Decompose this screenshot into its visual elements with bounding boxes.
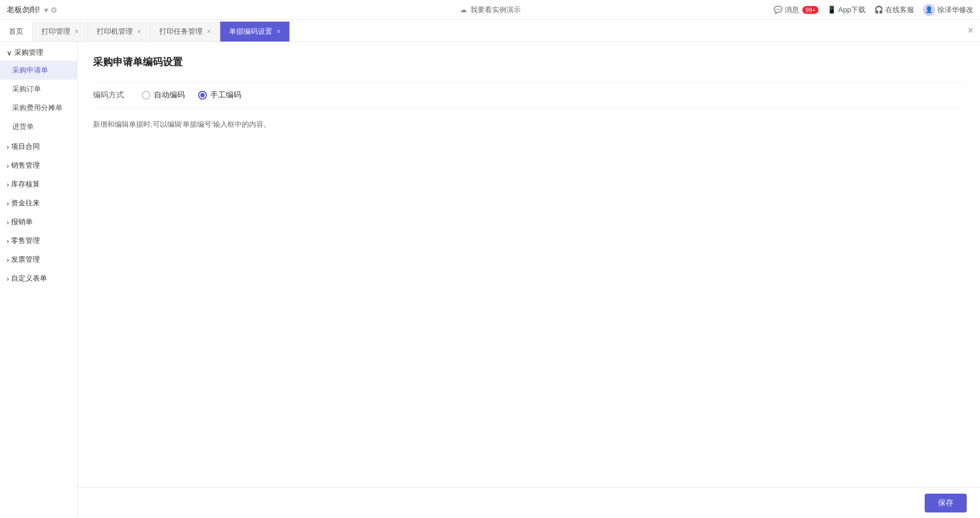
radio-manual-label: 手工编码 bbox=[210, 90, 241, 100]
page-title: 采购申请单编码设置 bbox=[93, 55, 965, 69]
tab-print-manage[interactable]: 打印管理 × bbox=[33, 22, 88, 42]
expand-icon: › bbox=[7, 162, 9, 170]
online-service-button[interactable]: 🎧 在线客服 bbox=[874, 5, 914, 15]
message-badge: 99+ bbox=[802, 6, 818, 14]
message-button[interactable]: 💬 消息 99+ bbox=[774, 5, 818, 15]
top-bar-left: 老板勿削! ▾ ⚙ bbox=[7, 5, 58, 15]
radio-manual-circle bbox=[198, 91, 207, 100]
tab-doc-code-label: 单据编码设置 bbox=[229, 27, 272, 37]
sidebar-group-reimbursement-label: 报销单 bbox=[11, 217, 33, 227]
close-all-tabs-button[interactable]: × bbox=[967, 25, 973, 37]
expand-icon: › bbox=[7, 237, 9, 245]
sidebar-group-custom-form-label: 自定义表单 bbox=[11, 273, 47, 283]
sidebar-group-retail-title[interactable]: › 零售管理 bbox=[0, 230, 77, 249]
sidebar-group-purchase-title[interactable]: ∨ 采购管理 bbox=[0, 42, 77, 61]
save-button[interactable]: 保存 bbox=[925, 494, 967, 512]
sidebar-group-purchase-label: 采购管理 bbox=[14, 48, 43, 58]
user-name: 徐泽华修改 bbox=[937, 5, 973, 15]
expand-icon: › bbox=[7, 180, 9, 189]
sidebar-group-purchase: ∨ 采购管理 采购申请单 采购订单 采购费用分摊单 进货单 bbox=[0, 42, 77, 136]
cloud-icon: ☁ bbox=[460, 6, 467, 14]
coding-method-radio-group: 自动编码 手工编码 bbox=[142, 90, 241, 100]
sidebar-item-purchase-request-label: 采购申请单 bbox=[12, 66, 48, 74]
top-bar-center: ☁ 我要看实例演示 bbox=[460, 5, 521, 15]
headset-icon: 🎧 bbox=[874, 6, 883, 14]
radio-auto-label: 自动编码 bbox=[154, 90, 185, 100]
content-inner: 采购申请单编码设置 编码方式 自动编码 手工编码 新增和编辑单据时,可以编辑'单… bbox=[77, 42, 980, 487]
radio-auto-coding[interactable]: 自动编码 bbox=[142, 90, 185, 100]
message-label: 消息 bbox=[785, 5, 799, 15]
user-menu[interactable]: 👤 徐泽华修改 bbox=[923, 4, 973, 16]
sidebar-group-inventory-label: 库存核算 bbox=[11, 179, 40, 189]
app-download-label: App下载 bbox=[838, 5, 865, 15]
sidebar-group-capital-label: 资金往来 bbox=[11, 198, 40, 208]
sidebar-group-project-title[interactable]: › 项目合同 bbox=[0, 136, 77, 155]
tab-print-task[interactable]: 打印任务管理 × bbox=[151, 22, 220, 42]
tab-print-task-label: 打印任务管理 bbox=[159, 27, 203, 37]
sidebar-item-purchase-expense[interactable]: 采购费用分摊单 bbox=[0, 99, 77, 117]
top-bar: 老板勿削! ▾ ⚙ ☁ 我要看实例演示 💬 消息 99+ 📱 App下载 🎧 在… bbox=[0, 0, 980, 20]
online-service-label: 在线客服 bbox=[885, 5, 914, 15]
sidebar-group-invoice-title[interactable]: › 发票管理 bbox=[0, 249, 77, 268]
sidebar-group-inventory-title[interactable]: › 库存核算 bbox=[0, 174, 77, 193]
message-icon: 💬 bbox=[774, 6, 782, 14]
content-footer: 保存 bbox=[77, 487, 980, 518]
sidebar-group-retail-label: 零售管理 bbox=[11, 236, 40, 246]
sidebar-item-stock-in-label: 进货单 bbox=[12, 122, 34, 131]
sidebar-group-sales-label: 销售管理 bbox=[11, 160, 40, 170]
tab-close-icon[interactable]: × bbox=[207, 28, 211, 35]
tab-close-icon[interactable]: × bbox=[137, 28, 141, 35]
demo-text[interactable]: 我要看实例演示 bbox=[470, 5, 521, 15]
sidebar-group-sales: › 销售管理 bbox=[0, 155, 77, 174]
expand-icon: › bbox=[7, 256, 9, 264]
tab-print-manage-label: 打印管理 bbox=[42, 27, 70, 37]
top-bar-icons: ▾ ⚙ bbox=[44, 6, 58, 14]
expand-icon: › bbox=[7, 143, 9, 151]
tab-bar: 首页 打印管理 × 打印机管理 × 打印任务管理 × 单据编码设置 × × bbox=[0, 20, 980, 42]
sidebar-group-capital: › 资金往来 bbox=[0, 193, 77, 211]
sidebar-group-invoice-label: 发票管理 bbox=[11, 255, 40, 265]
app-download-button[interactable]: 📱 App下载 bbox=[827, 5, 865, 15]
sidebar-item-purchase-request[interactable]: 采购申请单 bbox=[0, 61, 77, 80]
tab-printer-manage[interactable]: 打印机管理 × bbox=[88, 22, 151, 42]
tab-close-icon[interactable]: × bbox=[277, 28, 281, 35]
sidebar-group-project-label: 项目合同 bbox=[11, 142, 40, 152]
chevron-down-icon[interactable]: ▾ bbox=[44, 6, 48, 14]
sidebar-group-custom-form-title[interactable]: › 自定义表单 bbox=[0, 268, 77, 287]
sidebar-group-inventory: › 库存核算 bbox=[0, 174, 77, 193]
top-bar-title: 老板勿削! bbox=[7, 5, 40, 15]
avatar: 👤 bbox=[923, 4, 935, 16]
sidebar-group-project: › 项目合同 bbox=[0, 136, 77, 155]
collapse-icon: ∨ bbox=[7, 49, 12, 57]
sidebar-group-reimbursement-title[interactable]: › 报销单 bbox=[0, 211, 77, 230]
app-download-icon: 📱 bbox=[827, 6, 836, 14]
content-area: 采购申请单编码设置 编码方式 自动编码 手工编码 新增和编辑单据时,可以编辑'单… bbox=[77, 42, 980, 518]
coding-method-row: 编码方式 自动编码 手工编码 bbox=[93, 82, 965, 108]
sidebar-item-purchase-order[interactable]: 采购订单 bbox=[0, 80, 77, 99]
main-layout: ∨ 采购管理 采购申请单 采购订单 采购费用分摊单 进货单 › 项目合同 bbox=[0, 42, 980, 518]
sidebar-item-purchase-expense-label: 采购费用分摊单 bbox=[12, 103, 63, 112]
sidebar-group-invoice: › 发票管理 bbox=[0, 249, 77, 268]
tab-printer-manage-label: 打印机管理 bbox=[97, 27, 133, 37]
sidebar-item-stock-in[interactable]: 进货单 bbox=[0, 117, 77, 136]
sidebar-group-reimbursement: › 报销单 bbox=[0, 211, 77, 230]
gear-icon[interactable]: ⚙ bbox=[50, 6, 58, 14]
expand-icon: › bbox=[7, 274, 9, 283]
sidebar-group-retail: › 零售管理 bbox=[0, 230, 77, 249]
expand-icon: › bbox=[7, 218, 9, 226]
info-text: 新增和编辑单据时,可以编辑'单据编号'输入框中的内容。 bbox=[93, 120, 965, 130]
sidebar: ∨ 采购管理 采购申请单 采购订单 采购费用分摊单 进货单 › 项目合同 bbox=[0, 42, 77, 518]
coding-method-label: 编码方式 bbox=[93, 90, 124, 100]
sidebar-item-purchase-order-label: 采购订单 bbox=[12, 85, 41, 93]
tab-home-label: 首页 bbox=[9, 27, 23, 37]
tab-close-icon[interactable]: × bbox=[75, 28, 79, 35]
tab-doc-code[interactable]: 单据编码设置 × bbox=[220, 22, 290, 42]
top-bar-right: 💬 消息 99+ 📱 App下载 🎧 在线客服 👤 徐泽华修改 bbox=[774, 4, 973, 16]
radio-manual-coding[interactable]: 手工编码 bbox=[198, 90, 241, 100]
sidebar-group-custom-form: › 自定义表单 bbox=[0, 268, 77, 287]
sidebar-group-capital-title[interactable]: › 资金往来 bbox=[0, 193, 77, 211]
expand-icon: › bbox=[7, 199, 9, 208]
sidebar-group-sales-title[interactable]: › 销售管理 bbox=[0, 155, 77, 174]
tab-home[interactable]: 首页 bbox=[0, 22, 33, 42]
radio-auto-circle bbox=[142, 91, 151, 100]
